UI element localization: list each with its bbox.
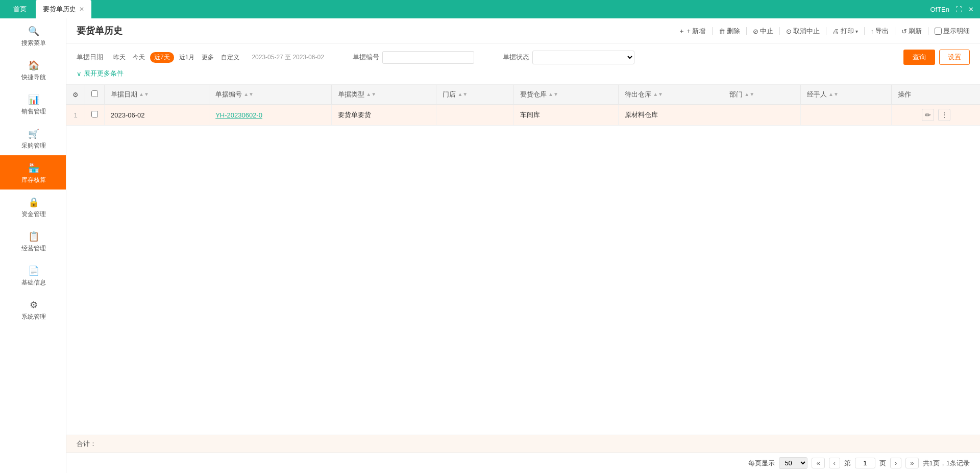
tab-requisition-history-label: 要货单历史 bbox=[43, 5, 76, 14]
close-window-btn[interactable]: ✕ bbox=[968, 6, 974, 13]
sep6 bbox=[895, 27, 895, 35]
row-more-btn[interactable]: ⋮ bbox=[938, 109, 950, 121]
sidebar-item-basic-info[interactable]: 📄 基础信息 bbox=[0, 258, 66, 292]
page-input[interactable] bbox=[855, 458, 875, 468]
sort-req-warehouse-icon: ▲▼ bbox=[548, 92, 558, 97]
sidebar-item-quick-nav[interactable]: 🏠 快捷导航 bbox=[0, 53, 66, 87]
quick-nav-icon: 🏠 bbox=[28, 60, 39, 71]
stop-label: 中止 bbox=[760, 27, 773, 36]
sidebar-item-sales-mgmt[interactable]: 📊 销售管理 bbox=[0, 87, 66, 121]
stop-button[interactable]: ⊘ 中止 bbox=[753, 27, 773, 36]
col-store[interactable]: 门店 ▲▼ bbox=[436, 85, 514, 105]
expand-more-icon: ∨ bbox=[77, 70, 82, 78]
sidebar-item-label: 搜索菜单 bbox=[21, 39, 46, 48]
col-docno[interactable]: 单据编号 ▲▼ bbox=[209, 85, 332, 105]
pagination-bar: 每页显示 10 20 50 100 « ‹ 第 页 › » 共1页，1条记录 bbox=[66, 453, 980, 473]
sidebar-item-label: 库存核算 bbox=[21, 176, 46, 184]
row-checkbox-cell bbox=[85, 105, 105, 126]
col-settings[interactable]: ⚙ bbox=[66, 85, 85, 105]
date-btn-custom[interactable]: 自定义 bbox=[219, 52, 241, 63]
sidebar-item-label: 快捷导航 bbox=[21, 73, 46, 82]
print-button[interactable]: 🖨 打印 ▾ bbox=[832, 27, 858, 36]
new-button[interactable]: ＋ + 新增 bbox=[678, 27, 705, 36]
tab-close-icon[interactable]: ✕ bbox=[79, 6, 84, 13]
system-mgmt-icon: ⚙ bbox=[30, 299, 38, 311]
last-page-btn[interactable]: » bbox=[905, 458, 918, 468]
refresh-button[interactable]: ↺ 刷新 bbox=[901, 27, 922, 36]
date-filter-label: 单据日期 bbox=[77, 53, 103, 62]
cancel-stop-button[interactable]: ⊙ 取消中止 bbox=[786, 27, 820, 36]
col-dept-label: 部门 bbox=[729, 90, 743, 99]
main-layout: 🔍 搜索菜单 🏠 快捷导航 📊 销售管理 🛒 采购管理 🏪 库存核算 🔒 资金管… bbox=[0, 18, 980, 473]
export-button[interactable]: ↑ 导出 bbox=[871, 27, 889, 36]
sidebar-item-search-menu[interactable]: 🔍 搜索菜单 bbox=[0, 18, 66, 53]
col-dept[interactable]: 部门 ▲▼ bbox=[723, 85, 801, 105]
row-req-warehouse: 车间库 bbox=[514, 105, 619, 126]
status-filter-select[interactable] bbox=[532, 51, 634, 64]
row-handler bbox=[801, 105, 892, 126]
date-btn-more[interactable]: 更多 bbox=[200, 52, 216, 63]
search-menu-icon: 🔍 bbox=[28, 26, 39, 37]
sidebar-item-finance-mgmt[interactable]: 🔒 资金管理 bbox=[0, 190, 66, 224]
row-no: 1 bbox=[66, 105, 85, 126]
sidebar: 🔍 搜索菜单 🏠 快捷导航 📊 销售管理 🛒 采购管理 🏪 库存核算 🔒 资金管… bbox=[0, 18, 66, 473]
row-actions: ✏ ⋮ bbox=[892, 105, 980, 126]
query-button[interactable]: 查询 bbox=[903, 50, 935, 65]
page-suffix: 页 bbox=[879, 459, 886, 468]
date-btn-today[interactable]: 今天 bbox=[131, 52, 147, 63]
col-doctype[interactable]: 单据类型 ▲▼ bbox=[332, 85, 436, 105]
row-dept bbox=[723, 105, 801, 126]
col-handler-label: 经手人 bbox=[807, 90, 827, 99]
sidebar-item-purchase-mgmt[interactable]: 🛒 采购管理 bbox=[0, 121, 66, 155]
date-btn-last7days[interactable]: 近7天 bbox=[150, 52, 174, 63]
delete-icon: 🗑 bbox=[719, 28, 725, 35]
toolbar: ＋ + 新增 🗑 删除 ⊘ 中止 ⊙ 取消中止 bbox=[678, 27, 970, 41]
next-page-btn[interactable]: › bbox=[890, 458, 901, 468]
table-row: 1 2023-06-02 YH-20230602-0 要货单要货 车间库 原材料… bbox=[66, 105, 980, 126]
row-store bbox=[436, 105, 514, 126]
settings-button[interactable]: 设置 bbox=[939, 50, 970, 65]
col-handler[interactable]: 经手人 ▲▼ bbox=[801, 85, 892, 105]
cancel-stop-label: 取消中止 bbox=[793, 27, 820, 36]
col-pending-warehouse[interactable]: 待出仓库 ▲▼ bbox=[619, 85, 723, 105]
new-label: + 新增 bbox=[687, 27, 705, 36]
filter-actions: 查询 设置 bbox=[903, 50, 970, 65]
prev-page-btn[interactable]: ‹ bbox=[829, 458, 840, 468]
date-btn-last1month[interactable]: 近1月 bbox=[177, 52, 197, 63]
row-select-checkbox[interactable] bbox=[91, 111, 98, 117]
sort-pending-warehouse-icon: ▲▼ bbox=[653, 92, 663, 97]
display-detail-toggle[interactable]: 显示明细 bbox=[935, 27, 970, 36]
sep7 bbox=[928, 27, 928, 35]
tab-home[interactable]: 首页 bbox=[6, 0, 34, 18]
maximize-btn[interactable]: ⛶ bbox=[955, 6, 962, 13]
sidebar-item-operation-mgmt[interactable]: 📋 经营管理 bbox=[0, 224, 66, 258]
col-docno-label: 单据编号 bbox=[215, 90, 242, 99]
col-req-warehouse[interactable]: 要货仓库 ▲▼ bbox=[514, 85, 619, 105]
inventory-icon: 🏪 bbox=[28, 162, 39, 174]
date-btn-yesterday[interactable]: 昨天 bbox=[111, 52, 128, 63]
purchase-mgmt-icon: 🛒 bbox=[28, 128, 39, 139]
row-date: 2023-06-02 bbox=[105, 105, 209, 126]
basic-info-icon: 📄 bbox=[28, 265, 39, 276]
row-docno-link[interactable]: YH-20230602-0 bbox=[215, 111, 262, 119]
select-all-checkbox[interactable] bbox=[91, 90, 98, 97]
filter-bar: 单据日期 昨天 今天 近7天 近1月 更多 自定义 2023-05-27 至 2… bbox=[66, 43, 980, 85]
tab-requisition-history[interactable]: 要货单历史 ✕ bbox=[36, 0, 91, 18]
expand-more-btn[interactable]: ∨ 展开更多条件 bbox=[77, 69, 970, 78]
delete-button[interactable]: 🗑 删除 bbox=[719, 27, 740, 36]
sidebar-item-system-mgmt[interactable]: ⚙ 系统管理 bbox=[0, 292, 66, 326]
row-edit-btn[interactable]: ✏ bbox=[922, 109, 934, 121]
row-docno[interactable]: YH-20230602-0 bbox=[209, 105, 332, 126]
sort-handler-icon: ▲▼ bbox=[828, 92, 839, 97]
finance-mgmt-icon: 🔒 bbox=[28, 197, 39, 208]
page-size-select[interactable]: 10 20 50 100 bbox=[779, 457, 807, 469]
display-detail-checkbox[interactable] bbox=[935, 28, 942, 35]
status-filter-label: 单据状态 bbox=[503, 53, 529, 62]
col-date[interactable]: 单据日期 ▲▼ bbox=[105, 85, 209, 105]
docno-filter-group: 单据编号 bbox=[353, 51, 474, 64]
sort-doctype-icon: ▲▼ bbox=[366, 92, 376, 97]
first-page-btn[interactable]: « bbox=[812, 458, 824, 468]
sidebar-item-inventory[interactable]: 🏪 库存核算 bbox=[0, 155, 66, 190]
docno-filter-input[interactable] bbox=[382, 51, 474, 64]
data-table: ⚙ 单据日期 ▲▼ 单据编号 bbox=[66, 85, 980, 126]
